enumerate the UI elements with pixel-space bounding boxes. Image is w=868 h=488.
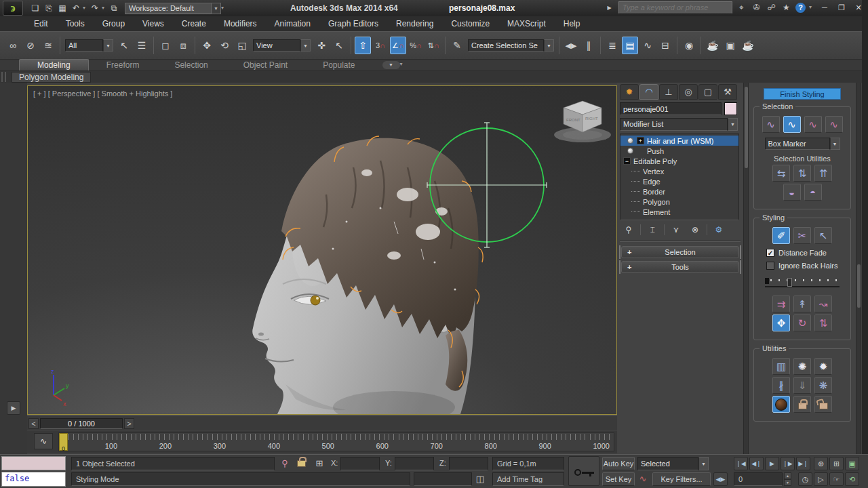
modify-tab[interactable]: ◠ xyxy=(639,84,658,100)
viewcube-right-label[interactable]: RIGHT xyxy=(585,117,598,121)
key-filter-value[interactable]: Selected xyxy=(637,457,698,470)
select-by-name-icon[interactable]: ☰ xyxy=(134,37,150,54)
app-logo-icon[interactable]: ϶ xyxy=(3,1,23,16)
expand-plus-icon[interactable]: + xyxy=(637,137,644,144)
marker-dropdown-value[interactable]: Box Marker xyxy=(765,138,830,150)
recomb-icon[interactable]: ∦ xyxy=(772,377,790,394)
hair-scale-icon[interactable]: ⇅ xyxy=(814,314,832,331)
current-frame-field[interactable]: 0 xyxy=(734,472,783,486)
stack-item-push[interactable]: Push xyxy=(620,146,738,156)
viewcube-front-label[interactable]: FRONT xyxy=(566,118,580,122)
viewport-canvas[interactable]: FRONT RIGHT z y x xyxy=(28,86,616,414)
display-tab[interactable]: ▢ xyxy=(698,84,717,100)
command-panel-scrollbar[interactable] xyxy=(743,83,749,454)
stack-subitem-vertex[interactable]: Vertex xyxy=(620,166,738,176)
render-production-icon[interactable]: ☕ xyxy=(740,37,756,54)
help-icon[interactable]: ? xyxy=(795,3,806,13)
search-icon[interactable]: ⌖ xyxy=(736,3,747,12)
spinner-up-icon[interactable]: ▲ xyxy=(784,472,791,479)
workspace-value[interactable]: Workspace: Default xyxy=(125,3,212,14)
select-guide-vertices-icon[interactable]: ∿ xyxy=(804,116,822,133)
next-frame-button[interactable]: ❘▶ xyxy=(781,457,795,470)
checkbox-checked-icon[interactable]: ✓ xyxy=(766,249,774,257)
menu-item[interactable]: Create xyxy=(182,19,206,28)
hair-ball-icon[interactable] xyxy=(772,396,790,413)
snaps-toggle[interactable]: 3∩ xyxy=(372,37,389,54)
workspace-dropdown[interactable]: Workspace: Default ▼ xyxy=(125,3,221,14)
menu-item[interactable]: Views xyxy=(142,19,164,28)
pop-selected-icon[interactable]: ✹ xyxy=(814,358,832,375)
x-coordinate-field[interactable] xyxy=(340,457,380,470)
reference-coordinate-value[interactable]: View xyxy=(253,39,300,52)
subscription-key-icon[interactable]: ✇ xyxy=(751,3,762,12)
select-tool-icon[interactable]: ↖ xyxy=(814,227,832,244)
time-slider-frame-display[interactable]: 0 / 1000 xyxy=(40,418,123,429)
play-button[interactable]: ▶ xyxy=(765,457,779,470)
menu-item[interactable]: MAXScript xyxy=(507,19,546,28)
slider-handle[interactable] xyxy=(787,278,792,287)
previous-frame-button[interactable]: ◀❘ xyxy=(749,457,764,470)
stack-subitem-edge[interactable]: Edge xyxy=(620,176,738,186)
rollout-tools[interactable]: + Tools xyxy=(621,261,739,273)
select-object-icon[interactable]: ↖ xyxy=(116,37,132,54)
project-folder-button[interactable]: ⧉ xyxy=(107,2,121,14)
pin-stack-icon[interactable]: ⚲ xyxy=(620,223,637,237)
finish-styling-button[interactable]: Finish Styling xyxy=(764,88,841,100)
select-hair-ends-icon[interactable]: ∿ xyxy=(762,116,780,133)
rotate-selection-icon[interactable]: ⇅ xyxy=(793,165,811,182)
make-unique-icon[interactable]: ⋎ xyxy=(667,223,685,237)
object-name-field[interactable]: personaje001 xyxy=(620,102,722,115)
undo-caret-icon[interactable]: ▾ xyxy=(83,2,88,14)
named-selection-sets-arrow-icon[interactable]: ▼ xyxy=(544,39,554,52)
new-file-button[interactable]: ❏ xyxy=(28,2,42,14)
select-whole-guides-icon[interactable]: ∿ xyxy=(783,116,801,133)
spline-deform-icon[interactable]: ❋ xyxy=(814,377,832,394)
time-configuration-icon[interactable]: ◷ xyxy=(798,472,812,486)
hierarchy-tab[interactable]: ⊥ xyxy=(659,84,678,100)
hair-translate-icon[interactable]: ⇉ xyxy=(772,296,790,312)
viewport-label[interactable]: [ + ] [ Perspective ] [ Smooth + Highlig… xyxy=(33,89,172,98)
schematic-view-icon[interactable]: ⊟ xyxy=(657,37,673,54)
checkbox-unchecked[interactable] xyxy=(766,262,774,270)
ribbon-tab-modeling[interactable]: Modeling xyxy=(19,59,89,70)
named-selection-sets-value[interactable]: Create Selection Se xyxy=(468,39,544,52)
set-key-button[interactable]: Set Key xyxy=(602,472,635,486)
select-and-move-icon[interactable]: ✥ xyxy=(199,37,215,54)
hair-stand-icon[interactable]: ↟ xyxy=(793,296,811,312)
menu-item[interactable]: Tools xyxy=(66,19,85,28)
unlock-icon[interactable] xyxy=(814,396,832,413)
maxscript-mini-listener[interactable]: false xyxy=(1,472,66,487)
z-coordinate-field[interactable] xyxy=(449,457,488,470)
menu-item[interactable]: Rendering xyxy=(396,19,433,28)
y-coordinate-field[interactable] xyxy=(395,457,434,470)
selection-filter-dropdown[interactable]: All ▼ xyxy=(65,39,113,52)
frame-spinner[interactable]: ▲ ▼ xyxy=(784,472,791,486)
default-in-out-tangents-icon[interactable]: ∿ xyxy=(637,472,648,486)
workspace-arrow-icon[interactable]: ▼ xyxy=(212,3,221,14)
graphite-ribbon-toggle[interactable]: ▤ xyxy=(622,37,638,54)
collapse-minus-icon[interactable]: − xyxy=(623,157,631,165)
keyboard-shortcut-override-toggle[interactable]: ⇧ xyxy=(355,37,371,54)
marker-dropdown-arrow-icon[interactable]: ▼ xyxy=(830,138,840,150)
material-editor-icon[interactable]: ◉ xyxy=(681,37,697,54)
percent-snap-toggle[interactable]: %∩ xyxy=(408,37,424,54)
minimize-button[interactable]: ─ xyxy=(818,3,831,12)
rectangular-selection-region-icon[interactable]: ◻ xyxy=(157,37,174,54)
select-and-scale-icon[interactable]: ◱ xyxy=(234,37,250,54)
expand-selection-icon[interactable]: ⇈ xyxy=(814,165,832,182)
stack-subitem-border[interactable]: Border xyxy=(620,186,738,197)
ribbon-tab-freeform[interactable]: Freeform xyxy=(89,60,157,70)
scrollbar-thumb[interactable] xyxy=(857,264,861,308)
menu-item[interactable]: Graph Editors xyxy=(328,19,378,28)
menu-item[interactable]: Help xyxy=(564,19,580,28)
key-filter-arrow-icon[interactable]: ▼ xyxy=(698,457,709,470)
key-filter-dropdown[interactable]: Selected ▼ xyxy=(637,457,709,470)
reference-coordinate-dropdown[interactable]: View ▼ xyxy=(253,39,311,52)
pan-hand-icon[interactable]: ☞ xyxy=(829,472,844,486)
object-color-swatch[interactable] xyxy=(724,102,737,115)
modifier-list-dropdown[interactable]: Modifier List ▼ xyxy=(620,118,741,131)
time-slider-handle[interactable]: 0 xyxy=(59,433,68,451)
spinner-down-icon[interactable]: ▼ xyxy=(784,479,791,486)
zoom-extents-icon[interactable]: ▣ xyxy=(845,457,859,470)
previous-frame-arrow[interactable]: < xyxy=(28,418,39,429)
